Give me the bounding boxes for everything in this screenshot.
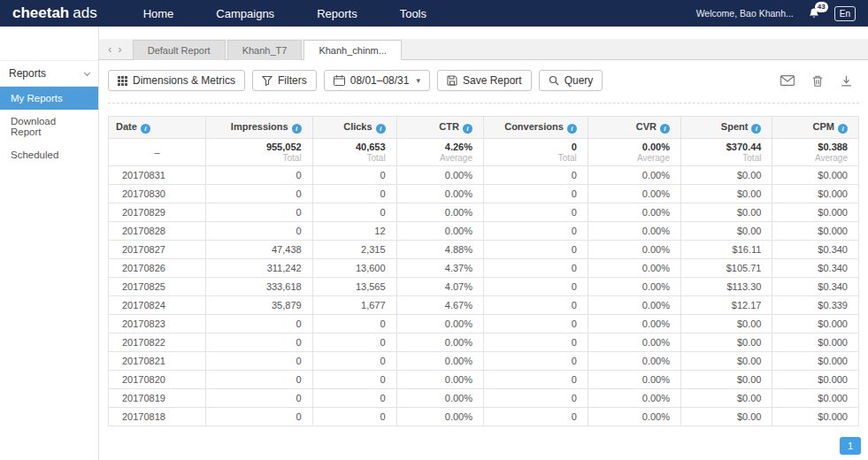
data-cell: 0 — [312, 166, 396, 185]
data-cell: $0.339 — [772, 296, 859, 315]
data-cell: $0.000 — [772, 371, 859, 389]
report-table: DateiImpressionsiClicksiCTRiConversionsi… — [108, 116, 859, 426]
download-icon[interactable] — [841, 75, 852, 87]
data-cell: 1,677 — [312, 296, 396, 315]
report-tabstrip: ‹ › Default ReportKhanh_T7Khanh_chinm... — [99, 39, 868, 60]
tab-khanh-t7[interactable]: Khanh_T7 — [227, 40, 303, 60]
info-icon[interactable]: i — [838, 124, 848, 134]
dashed-separator — [108, 103, 859, 104]
page-1-button[interactable]: 1 — [840, 437, 861, 455]
sidebar-item-download-report[interactable]: Download Report — [0, 110, 98, 143]
table-row: 20170829000.00%00.00%$0.00$0.000 — [109, 203, 859, 222]
table-row: 20170823000.00%00.00%$0.00$0.000 — [109, 315, 859, 334]
trash-icon[interactable] — [812, 75, 823, 87]
tab-default-report[interactable]: Default Report — [133, 40, 226, 60]
notification-badge: 43 — [815, 2, 828, 12]
date-cell: 20170821 — [109, 352, 206, 371]
date-cell: 20170824 — [109, 296, 206, 315]
language-button[interactable]: En — [834, 6, 856, 21]
date-cell: 20170818 — [109, 408, 206, 426]
nav-item-campaigns[interactable]: Campaigns — [216, 7, 274, 20]
data-cell: 0 — [206, 222, 312, 241]
info-icon[interactable]: i — [660, 124, 670, 134]
data-cell: 0.00% — [396, 334, 483, 352]
query-button[interactable]: Query — [539, 70, 603, 91]
brand-bold: cheetah — [12, 4, 69, 21]
data-cell: 0 — [483, 352, 588, 371]
info-icon[interactable]: i — [141, 124, 150, 134]
header-label: Spent — [721, 121, 749, 132]
email-icon[interactable] — [780, 75, 795, 86]
info-icon[interactable]: i — [292, 124, 302, 134]
info-icon[interactable]: i — [567, 124, 577, 134]
data-cell: $113.30 — [680, 278, 772, 296]
totals-cell: 955,052Total — [206, 139, 312, 166]
info-icon[interactable]: i — [376, 124, 386, 134]
data-cell: 47,438 — [206, 241, 312, 259]
totals-cell: $370.44Total — [680, 139, 772, 166]
column-header-cpm[interactable]: CPMi — [772, 117, 859, 139]
data-cell: 0 — [483, 278, 588, 296]
sidebar-section-label: Reports — [9, 67, 46, 80]
query-label: Query — [565, 74, 594, 87]
sidebar-item-scheduled[interactable]: Scheduled — [0, 143, 98, 166]
date-cell: 20170820 — [109, 371, 206, 389]
dimensions-metrics-label: Dimensions & Metrics — [133, 74, 235, 87]
data-cell: 0.00% — [588, 408, 680, 426]
data-cell: $12.17 — [680, 296, 772, 315]
toolbar: Dimensions & Metrics Filters 08/01–08/31… — [99, 60, 868, 103]
column-header-impressions[interactable]: Impressionsi — [206, 117, 312, 139]
data-cell: 0 — [206, 315, 312, 334]
column-header-spent[interactable]: Spenti — [680, 117, 772, 139]
data-cell: 0.00% — [396, 389, 483, 408]
notifications-button[interactable]: 43 — [808, 7, 820, 19]
data-cell: 0 — [312, 203, 396, 222]
data-cell: $0.00 — [680, 185, 772, 203]
data-cell: 0.00% — [396, 315, 483, 334]
data-cell: 0.00% — [588, 222, 680, 241]
save-report-button[interactable]: Save Report — [437, 70, 532, 91]
data-cell: 4.07% — [396, 278, 483, 296]
data-cell: 0 — [206, 371, 312, 389]
tab-scroll-left-icon[interactable]: ‹ — [108, 43, 111, 55]
date-cell: 20170831 — [109, 166, 206, 185]
column-header-clicks[interactable]: Clicksi — [312, 117, 396, 139]
column-header-cvr[interactable]: CVRi — [588, 117, 680, 139]
data-cell: $0.340 — [772, 241, 859, 259]
tab-scroll-right-icon[interactable]: › — [118, 43, 121, 55]
header-label: CVR — [636, 121, 657, 132]
totals-cell: 0Total — [483, 139, 588, 166]
nav-item-reports[interactable]: Reports — [317, 7, 357, 20]
date-cell: 20170828 — [109, 222, 206, 241]
data-cell: 0 — [483, 334, 588, 352]
data-cell: $0.000 — [772, 185, 859, 203]
date-range-button[interactable]: 08/01–08/31 ▾ — [324, 70, 430, 91]
data-cell: $0.00 — [680, 389, 772, 408]
totals-value: $0.388 — [783, 142, 848, 152]
column-header-ctr[interactable]: CTRi — [396, 117, 483, 139]
data-cell: 0 — [206, 185, 312, 203]
data-cell: 0.00% — [588, 203, 680, 222]
dimensions-metrics-button[interactable]: Dimensions & Metrics — [108, 70, 245, 91]
data-cell: 0 — [312, 408, 396, 426]
header-label: Impressions — [231, 121, 288, 132]
filters-button[interactable]: Filters — [252, 70, 317, 91]
table-row: 2017082435,8791,6774.67%00.00%$12.17$0.3… — [109, 296, 859, 315]
sidebar-item-my-reports[interactable]: My Reports — [0, 87, 98, 110]
date-cell: 20170829 — [109, 203, 206, 222]
grid-icon — [118, 76, 127, 86]
caret-down-icon: ▾ — [416, 76, 420, 85]
data-cell: $0.000 — [772, 222, 859, 241]
info-icon[interactable]: i — [751, 124, 761, 134]
column-header-conversions[interactable]: Conversionsi — [483, 117, 588, 139]
nav-item-tools[interactable]: Tools — [400, 7, 426, 20]
nav-item-home[interactable]: Home — [143, 7, 174, 20]
info-icon[interactable]: i — [463, 124, 472, 134]
data-cell: 0 — [483, 408, 588, 426]
data-cell: 0 — [483, 241, 588, 259]
sidebar-section-reports[interactable]: Reports — [0, 60, 98, 87]
brand-logo[interactable]: cheetahads — [12, 4, 97, 22]
header-label: Conversions — [504, 121, 564, 132]
column-header-date[interactable]: Datei — [109, 117, 206, 139]
tab-khanh-chinm[interactable]: Khanh_chinm... — [303, 40, 401, 60]
